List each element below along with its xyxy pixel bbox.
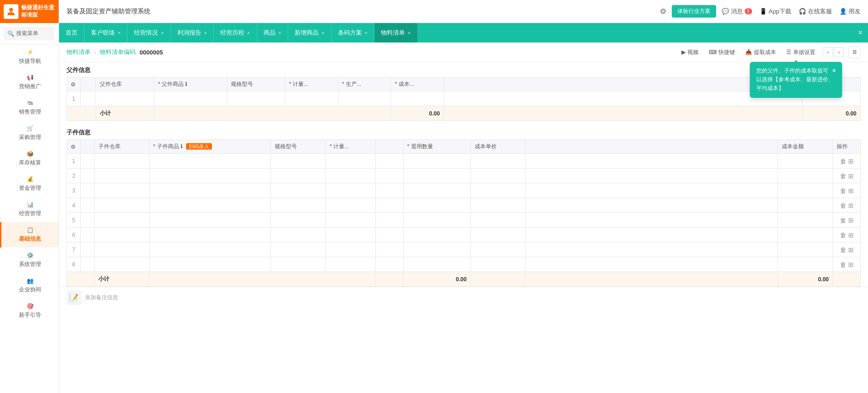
child-cell-spec-1[interactable] <box>271 154 326 169</box>
tab-home[interactable]: 首页 <box>59 23 84 42</box>
child-cell-qty-2[interactable] <box>403 169 470 183</box>
child-cell-unit-cost-6[interactable] <box>470 228 525 242</box>
tab-goods-close[interactable]: × <box>278 30 281 36</box>
copy-icon-3[interactable]: ⊞ <box>848 187 854 194</box>
tab-bom[interactable]: 物料清单 × <box>374 23 417 42</box>
parent-cell-spec-1[interactable] <box>227 91 285 106</box>
trial-btn[interactable]: 体验行业方案 <box>672 5 716 18</box>
child-cell-qty-5[interactable] <box>403 213 470 228</box>
tab-customers[interactable]: 客户联络 × <box>84 23 127 42</box>
delete-icon-7[interactable]: 🗑 <box>840 246 846 254</box>
delete-icon-6[interactable]: 🗑 <box>840 231 846 239</box>
delete-icon-5[interactable]: 🗑 <box>840 217 846 224</box>
tab-history[interactable]: 经营历程 × <box>214 23 257 42</box>
delete-icon-8[interactable]: 🗑 <box>840 261 846 268</box>
message-btn[interactable]: 💬 消息 6 <box>722 7 752 16</box>
child-cell-unit-5[interactable] <box>326 213 376 228</box>
shortcut-btn[interactable]: ⌨ 快捷键 <box>706 47 738 58</box>
child-cell-spec-3[interactable] <box>271 183 326 198</box>
sidebar-item-operations[interactable]: 📊 经营管理 <box>0 197 59 222</box>
sidebar-item-finance[interactable]: 💰 资金管理 <box>0 171 59 197</box>
child-cell-qty-7[interactable] <box>403 242 470 257</box>
add-note-icon[interactable]: 📝 <box>66 290 81 305</box>
child-cell-warehouse-3[interactable] <box>95 183 150 198</box>
tab-customers-close[interactable]: × <box>118 30 121 36</box>
child-cell-warehouse-1[interactable] <box>95 154 150 169</box>
child-cell-unit-cost-1[interactable] <box>470 154 525 169</box>
copy-icon-1[interactable]: ⊞ <box>848 157 854 165</box>
sidebar-item-basic-info[interactable]: 📋 基础信息 <box>0 222 59 248</box>
child-cell-spec-4[interactable] <box>271 198 326 213</box>
tab-bom-close[interactable]: × <box>408 30 410 36</box>
child-cell-unit-1[interactable] <box>326 154 376 169</box>
user-btn[interactable]: 👤 用友 <box>839 7 861 16</box>
sidebar-item-system[interactable]: ⚙️ 系统管理 <box>0 248 59 273</box>
child-cell-unit-cost-8[interactable] <box>470 257 525 272</box>
child-cell-goods-3[interactable] <box>149 183 271 198</box>
child-cell-unit-cost-4[interactable] <box>470 198 525 213</box>
online-service-btn[interactable]: 🎧 在线客服 <box>799 7 832 16</box>
copy-icon-5[interactable]: ⊞ <box>848 217 854 224</box>
copy-icon-4[interactable]: ⊞ <box>848 202 854 209</box>
tab-operations[interactable]: 经营情况 × <box>127 23 170 42</box>
tab-goods[interactable]: 商品 × <box>257 23 288 42</box>
tab-history-close[interactable]: × <box>247 30 250 36</box>
child-cell-warehouse-5[interactable] <box>95 213 150 228</box>
child-cell-spec-7[interactable] <box>271 242 326 257</box>
tab-add-goods[interactable]: 新增商品 × <box>288 23 331 42</box>
scan-badge[interactable]: 扫码录入 <box>186 143 212 150</box>
breadcrumb-parent[interactable]: 物料清单 <box>66 48 90 56</box>
next-arrow[interactable]: › <box>834 47 844 57</box>
tab-operations-close[interactable]: × <box>161 30 163 36</box>
copy-icon-7[interactable]: ⊞ <box>848 246 854 254</box>
sidebar-item-purchase[interactable]: 🛒 采购管理 <box>0 121 59 146</box>
grid-view-btn[interactable]: ≡ <box>849 46 861 58</box>
child-cell-goods-1[interactable] <box>149 154 271 169</box>
tab-profit-close[interactable]: × <box>204 30 207 36</box>
sidebar-item-inventory[interactable]: 📦 库存核算 <box>0 146 59 171</box>
child-cell-unit-3[interactable] <box>326 183 376 198</box>
child-cell-goods-6[interactable] <box>149 228 271 242</box>
delete-icon-3[interactable]: 🗑 <box>840 187 846 194</box>
child-cell-warehouse-8[interactable] <box>95 257 150 272</box>
sidebar-item-guide[interactable]: 🎯 新手引导 <box>0 298 59 324</box>
single-settings-btn[interactable]: ☰ 单据设置 <box>784 47 818 58</box>
search-menu-button[interactable]: 🔍 搜索菜单 <box>4 27 55 40</box>
child-cell-unit-8[interactable] <box>326 257 376 272</box>
tab-barcode[interactable]: 条码方案 × <box>332 23 374 42</box>
child-cell-goods-8[interactable] <box>149 257 271 272</box>
child-cell-qty-3[interactable] <box>403 183 470 198</box>
copy-icon-6[interactable]: ⊞ <box>848 231 854 239</box>
parent-cell-produce-1[interactable] <box>338 91 391 106</box>
child-cell-spec-2[interactable] <box>271 169 326 183</box>
child-cell-unit-4[interactable] <box>326 198 376 213</box>
child-cell-unit-6[interactable] <box>326 228 376 242</box>
extract-cost-btn[interactable]: 📥 提取成本 <box>742 47 779 58</box>
tab-add-goods-close[interactable]: × <box>321 30 324 36</box>
child-cell-spec-5[interactable] <box>271 213 326 228</box>
settings-gear-icon[interactable]: ⚙ <box>660 7 666 16</box>
parent-cell-warehouse-1[interactable] <box>96 91 154 106</box>
tab-profit[interactable]: 利润报告 × <box>171 23 214 42</box>
child-cell-qty-6[interactable] <box>403 228 470 242</box>
child-cell-qty-4[interactable] <box>403 198 470 213</box>
child-cell-qty-1[interactable] <box>403 154 470 169</box>
sidebar-item-sales[interactable]: 🛍 销售管理 <box>0 95 59 121</box>
child-cell-qty-8[interactable] <box>403 257 470 272</box>
copy-icon-8[interactable]: ⊞ <box>848 261 854 268</box>
app-download-btn[interactable]: 📱 App下载 <box>760 7 791 16</box>
child-cell-goods-7[interactable] <box>149 242 271 257</box>
child-cell-goods-5[interactable] <box>149 213 271 228</box>
child-cell-goods-2[interactable] <box>149 169 271 183</box>
parent-cell-unit-1[interactable] <box>285 91 338 106</box>
parent-cell-goods-1[interactable] <box>154 91 227 106</box>
delete-icon-4[interactable]: 🗑 <box>840 202 846 209</box>
sidebar-item-enterprise[interactable]: 👥 企业协同 <box>0 273 59 298</box>
child-cell-spec-8[interactable] <box>271 257 326 272</box>
child-cell-unit-7[interactable] <box>326 242 376 257</box>
child-cell-warehouse-6[interactable] <box>95 228 150 242</box>
child-cell-unit-cost-5[interactable] <box>470 213 525 228</box>
delete-icon-1[interactable]: 🗑 <box>840 157 846 165</box>
tab-barcode-close[interactable]: × <box>365 30 368 36</box>
video-btn[interactable]: ▶ 视频 <box>679 47 701 58</box>
